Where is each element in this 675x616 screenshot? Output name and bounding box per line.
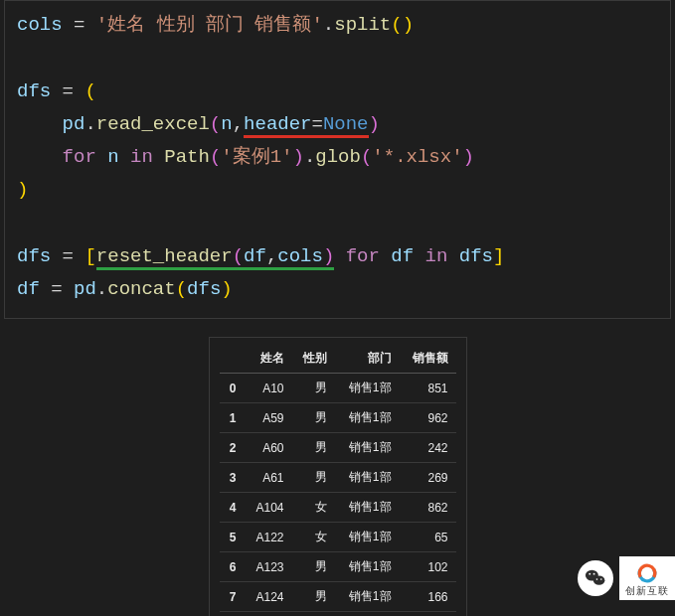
- table-cell: 销售1部: [335, 374, 399, 403]
- code-token: header: [244, 113, 311, 135]
- code-token: [: [84, 245, 95, 267]
- code-token: (): [391, 14, 414, 36]
- code-token: =: [312, 113, 323, 135]
- dataframe-output: 姓名 性别 部门 销售额 0A10男销售1部8511A59男销售1部9622A6…: [209, 337, 467, 616]
- table-cell: A104: [244, 493, 291, 523]
- table-cell: 8: [220, 612, 245, 616]
- code-token: (: [233, 245, 244, 267]
- code-token: df: [17, 278, 40, 300]
- table-cell: 2: [220, 433, 245, 463]
- code-token: '姓名 性别 部门 销售额': [96, 14, 323, 36]
- code-token: None: [323, 113, 369, 135]
- table-header: 部门: [335, 344, 399, 374]
- table-row: 4A104女销售1部862: [220, 493, 456, 523]
- code-token: (: [176, 278, 187, 300]
- table-cell: 男: [292, 433, 336, 463]
- table-row: 5A122女销售1部65: [220, 523, 456, 552]
- code-token: cols: [277, 245, 323, 267]
- code-token: '*.xlsx': [372, 146, 462, 168]
- table-cell: 男: [292, 463, 336, 493]
- watermark: 创新互联: [578, 556, 675, 600]
- table-cell: 862: [400, 493, 456, 523]
- svg-point-4: [596, 578, 598, 580]
- code-token: ): [293, 146, 304, 168]
- dataframe-table: 姓名 性别 部门 销售额 0A10男销售1部8511A59男销售1部9622A6…: [220, 344, 456, 616]
- code-token: [334, 245, 345, 267]
- code-block: cols = '姓名 性别 部门 销售额'.split() dfs = ( pd…: [4, 0, 671, 319]
- code-token: ): [369, 113, 380, 135]
- code-token: in: [130, 146, 153, 168]
- table-header-row: 姓名 性别 部门 销售额: [220, 344, 456, 374]
- code-token: (: [361, 146, 372, 168]
- table-cell: 男: [292, 612, 336, 616]
- table-cell: 6: [220, 552, 245, 582]
- table-cell: A122: [244, 523, 291, 552]
- code-token: [414, 245, 424, 267]
- code-token: '案例1': [221, 146, 292, 168]
- table-cell: A60: [244, 433, 291, 463]
- code-token: [380, 245, 391, 267]
- code-token: [153, 146, 164, 168]
- table-cell: A61: [244, 463, 291, 493]
- code-token: .: [323, 14, 334, 36]
- table-header: 性别: [292, 344, 336, 374]
- table-cell: A150: [244, 612, 291, 616]
- code-token: ,: [233, 113, 244, 135]
- table-cell: 1: [220, 403, 245, 433]
- code-token: [17, 146, 63, 168]
- table-cell: 3: [220, 463, 245, 493]
- code-token: (: [210, 113, 221, 135]
- table-cell: 销售1部: [335, 403, 399, 433]
- table-cell: 销售1部: [335, 523, 399, 552]
- brand-logo-icon: [634, 560, 660, 586]
- table-header: 销售额: [400, 344, 456, 374]
- code-token: dfs: [17, 245, 51, 267]
- table-cell: 851: [400, 374, 456, 403]
- code-token: =: [51, 80, 84, 102]
- code-token: .: [96, 278, 107, 300]
- svg-point-3: [593, 573, 595, 575]
- code-token: ): [17, 179, 28, 201]
- code-token: dfs: [459, 245, 493, 267]
- table-cell: 销售1部: [335, 493, 399, 523]
- code-token: for: [346, 245, 380, 267]
- code-token: n: [107, 146, 118, 168]
- table-cell: A124: [244, 582, 291, 612]
- table-cell: 女: [292, 523, 336, 552]
- table-cell: 242: [400, 433, 456, 463]
- code-token: glob: [315, 146, 361, 168]
- table-cell: 65: [400, 523, 456, 552]
- table-cell: 227: [400, 612, 456, 616]
- table-header: 姓名: [244, 344, 291, 374]
- table-cell: A10: [244, 374, 291, 403]
- table-cell: 962: [400, 403, 456, 433]
- code-token: ): [463, 146, 474, 168]
- brand-badge: 创新互联: [619, 556, 675, 600]
- table-cell: 销售1部: [335, 582, 399, 612]
- code-token: (: [210, 146, 221, 168]
- code-token: ): [221, 278, 232, 300]
- table-cell: 女: [292, 493, 336, 523]
- table-row: 1A59男销售1部962: [220, 403, 456, 433]
- table-row: 7A124男销售1部166: [220, 582, 456, 612]
- code-token: =: [63, 14, 96, 36]
- table-row: 6A123男销售1部102: [220, 552, 456, 582]
- table-cell: 男: [292, 552, 336, 582]
- table-cell: 269: [400, 463, 456, 493]
- code-token: read_excel: [96, 113, 210, 135]
- table-cell: 166: [400, 582, 456, 612]
- svg-point-1: [593, 575, 605, 584]
- table-cell: 销售1部: [335, 552, 399, 582]
- code-token: ): [323, 245, 334, 267]
- table-cell: A59: [244, 403, 291, 433]
- code-token: df: [244, 245, 266, 267]
- table-cell: 男: [292, 582, 336, 612]
- code-token: df: [391, 245, 414, 267]
- underline-green: reset_header(df,cols): [96, 245, 334, 270]
- table-row: 8A150男销售1部227: [220, 612, 456, 616]
- code-token: split: [334, 14, 391, 36]
- table-cell: 4: [220, 493, 245, 523]
- table-cell: 男: [292, 403, 336, 433]
- table-cell: 7: [220, 582, 245, 612]
- table-cell: A123: [244, 552, 291, 582]
